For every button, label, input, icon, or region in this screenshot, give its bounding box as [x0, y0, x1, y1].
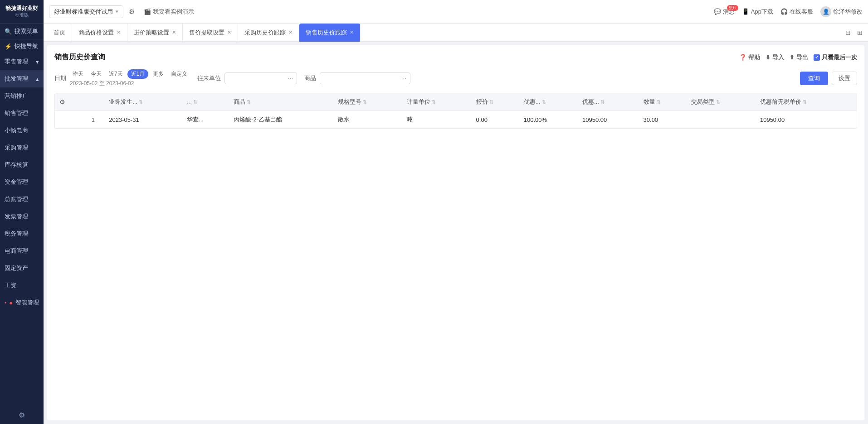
th-price[interactable]: 报价⇅ — [472, 93, 519, 111]
ledger-label: 总账管理 — [5, 195, 28, 203]
th-discount-pct[interactable]: 优惠...⇅ — [519, 93, 578, 111]
date-btn-custom[interactable]: 自定义 — [168, 69, 190, 79]
tab-purchase-history[interactable]: 采购历史价跟踪 ✕ — [238, 24, 299, 42]
sort-icon: ⇅ — [193, 99, 197, 105]
message-button[interactable]: 💬 消息 99+ — [714, 8, 735, 16]
app-download-button[interactable]: 📱 App下载 — [742, 8, 773, 16]
table-row[interactable]: 1 2023-05-31 华查... 丙烯酸-2-乙基己酯 散水 吨 0.00 … — [55, 111, 857, 129]
import-button[interactable]: ⬇ 导入 — [766, 53, 784, 62]
sort-icon: ⇅ — [803, 99, 807, 105]
th-unit[interactable]: 计量单位⇅ — [402, 93, 471, 111]
sidebar-item-finance[interactable]: 资金管理 — [0, 173, 44, 191]
tab-sales-history-label: 销售历史价跟踪 — [306, 29, 347, 37]
sidebar-item-ai[interactable]: ● 智能管理 — [0, 294, 44, 311]
th-goods[interactable]: 商品⇅ — [229, 93, 333, 111]
sidebar-item-wholesale[interactable]: 批发管理 ▴ — [0, 70, 44, 87]
close-icon[interactable]: ✕ — [350, 29, 354, 35]
sidebar-item-marketing[interactable]: 营销推广 — [0, 87, 44, 105]
date-btn-1month[interactable]: 近1月 — [127, 69, 149, 79]
cell-date: 2023-05-31 — [104, 111, 182, 129]
th-gear[interactable]: ⚙ — [55, 93, 82, 111]
setting-button[interactable]: 设置 — [832, 72, 857, 85]
date-btn-today[interactable]: 今天 — [88, 69, 104, 79]
online-service-button[interactable]: 🎧 在线客服 — [780, 8, 813, 16]
th-qty[interactable]: 数量⇅ — [639, 93, 687, 111]
sidebar-item-assets[interactable]: 固定资产 — [0, 260, 44, 277]
export-button[interactable]: ⬆ 导出 — [790, 53, 808, 62]
close-icon[interactable]: ✕ — [227, 29, 231, 35]
finance-label: 资金管理 — [5, 178, 28, 186]
sort-icon: ⇅ — [600, 99, 605, 105]
sidebar-item-quicknav[interactable]: ⚡ 快捷导航 — [0, 39, 44, 53]
last-only-checkbox[interactable]: ✓ 只看最后一次 — [814, 53, 857, 62]
chevron-down-icon: ▾ — [36, 58, 39, 65]
sidebar-item-purchase[interactable]: 采购管理 — [0, 139, 44, 156]
app-label: App下载 — [751, 8, 773, 16]
sidebar-item-search[interactable]: 🔍 搜索菜单 — [0, 24, 44, 39]
ai-dot: ● — [9, 299, 13, 306]
version-selector[interactable]: 好业财标准版交付试用 ▾ — [49, 5, 123, 18]
tab-sale-price[interactable]: 售价提取设置 ✕ — [183, 24, 238, 42]
date-filter-label: 日期 — [54, 74, 66, 82]
date-btn-more[interactable]: 更多 — [150, 69, 166, 79]
tab-home[interactable]: 首页 — [47, 24, 72, 42]
user-profile-button[interactable]: 👤 徐泽华修改 — [820, 6, 863, 17]
retail-label: 零售管理 — [5, 58, 28, 66]
sort-icon: ⇅ — [139, 99, 143, 105]
message-badge: 99+ — [727, 5, 738, 11]
th-extra[interactable]: ...⇅ — [182, 93, 229, 111]
tab-price-settings[interactable]: 商品价格设置 ✕ — [72, 24, 127, 42]
date-filter-group: 日期 昨天 今天 近7天 近1月 更多 自定义 2023-05-02 至 202… — [54, 69, 190, 87]
th-type[interactable]: 交易类型⇅ — [687, 93, 756, 111]
source-selector[interactable]: ··· — [224, 72, 297, 84]
sidebar-item-inventory[interactable]: 库存核算 — [0, 156, 44, 173]
sidebar-item-ledger[interactable]: 总账管理 — [0, 191, 44, 208]
close-icon[interactable]: ✕ — [172, 29, 176, 35]
page-title-actions: ❓ 帮助 ⬇ 导入 ⬆ 导出 ✓ 只看最后一次 — [739, 53, 857, 62]
source-dots-icon[interactable]: ··· — [288, 75, 293, 82]
query-button[interactable]: 查询 — [800, 72, 828, 85]
th-date[interactable]: 业务发生...⇅ — [104, 93, 182, 111]
topbar-gear-icon[interactable]: ⚙ — [129, 8, 135, 16]
close-icon[interactable]: ✕ — [117, 29, 121, 35]
tab-sales-history[interactable]: 销售历史价跟踪 ✕ — [299, 24, 361, 42]
sort-icon: ⇅ — [432, 99, 436, 105]
table-header-row: ⚙ 业务发生...⇅ ...⇅ 商品⇅ 规格型号⇅ — [55, 93, 857, 111]
sidebar-item-sales[interactable]: 销售管理 — [0, 105, 44, 122]
settings-icon[interactable]: ⚙ — [19, 411, 25, 419]
sidebar-item-salary[interactable]: 工资 — [0, 277, 44, 294]
sidebar-item-tax[interactable]: 税务管理 — [0, 225, 44, 242]
import-icon: ⬇ — [766, 54, 770, 61]
expand-icon[interactable]: ⊞ — [855, 27, 864, 38]
salary-label: 工资 — [5, 281, 16, 289]
demo-link[interactable]: 🎬 我要看实例演示 — [144, 8, 194, 16]
page-content: 销售历史价查询 ❓ 帮助 ⬇ 导入 ⬆ 导出 ✓ 只看最后一次 — [47, 45, 864, 420]
goods-selector[interactable]: ··· — [320, 72, 410, 84]
th-spec[interactable]: 规格型号⇅ — [333, 93, 402, 111]
sort-icon: ⇅ — [247, 99, 251, 105]
inventory-label: 库存核算 — [5, 161, 28, 169]
sidebar-item-ecommerce[interactable]: 小畅电商 — [0, 122, 44, 139]
main-area: 好业财标准版交付试用 ▾ ⚙ 🎬 我要看实例演示 💬 消息 99+ 📱 App下… — [44, 0, 868, 424]
th-pretax[interactable]: 优惠前无税单价⇅ — [756, 93, 857, 111]
sort-icon: ⇅ — [542, 99, 546, 105]
cell-num: 1 — [82, 111, 104, 129]
cell-goods: 丙烯酸-2-乙基己酯 — [229, 111, 333, 129]
sidebar-item-ecom2[interactable]: 电商管理 — [0, 242, 44, 260]
goods-dots-icon[interactable]: ··· — [401, 75, 407, 82]
collapse-icon[interactable]: ⊟ — [844, 27, 853, 38]
tab-purchase-strategy[interactable]: 进价策略设置 ✕ — [127, 24, 183, 42]
filter-row: 日期 昨天 今天 近7天 近1月 更多 自定义 2023-05-02 至 202… — [54, 69, 857, 87]
close-icon[interactable]: ✕ — [288, 29, 293, 35]
date-btn-7days[interactable]: 近7天 — [106, 69, 126, 79]
th-discount-amt[interactable]: 优惠...⇅ — [578, 93, 639, 111]
sidebar-item-invoice[interactable]: 发票管理 — [0, 208, 44, 225]
date-btn-yesterday[interactable]: 昨天 — [70, 69, 86, 79]
gear-icon[interactable]: ⚙ — [59, 98, 65, 106]
data-table: ⚙ 业务发生...⇅ ...⇅ 商品⇅ 规格型号⇅ — [54, 93, 857, 129]
headset-icon: 🎧 — [780, 8, 788, 15]
sidebar-item-retail[interactable]: 零售管理 ▾ — [0, 53, 44, 70]
avatar: 👤 — [820, 6, 831, 17]
message-icon: 💬 — [714, 8, 721, 15]
help-button[interactable]: ❓ 帮助 — [739, 53, 760, 62]
